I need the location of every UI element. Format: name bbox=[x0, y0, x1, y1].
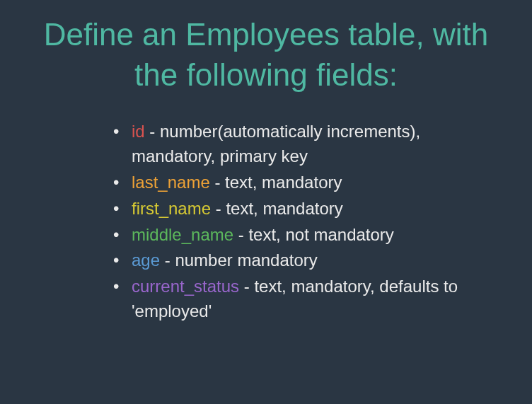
list-item: first_name - text, mandatory bbox=[113, 197, 504, 221]
list-item: last_name - text, mandatory bbox=[113, 171, 504, 195]
fields-list: id - number(automatically increments), m… bbox=[28, 120, 504, 323]
list-item: middle_name - text, not mandatory bbox=[113, 223, 504, 248]
field-name-middle-name: middle_name bbox=[132, 225, 233, 244]
list-item: id - number(automatically increments), m… bbox=[113, 120, 504, 169]
field-name-id: id bbox=[132, 122, 145, 141]
field-name-last-name: last_name bbox=[132, 173, 210, 192]
field-desc: - number(automatically increments), mand… bbox=[132, 122, 420, 166]
field-desc: - text, not mandatory bbox=[233, 225, 394, 244]
field-desc: - number mandatory bbox=[160, 250, 318, 270]
slide-heading: Define an Employees table, with the foll… bbox=[28, 14, 504, 95]
field-desc: - text, mandatory bbox=[211, 199, 343, 218]
list-item: age - number mandatory bbox=[113, 248, 504, 273]
field-name-first-name: first_name bbox=[132, 199, 211, 218]
field-name-age: age bbox=[132, 250, 160, 270]
field-desc: - text, mandatory bbox=[210, 173, 342, 192]
field-name-current-status: current_status bbox=[132, 277, 239, 296]
list-item: current_status - text, mandatory, defaul… bbox=[113, 275, 504, 324]
